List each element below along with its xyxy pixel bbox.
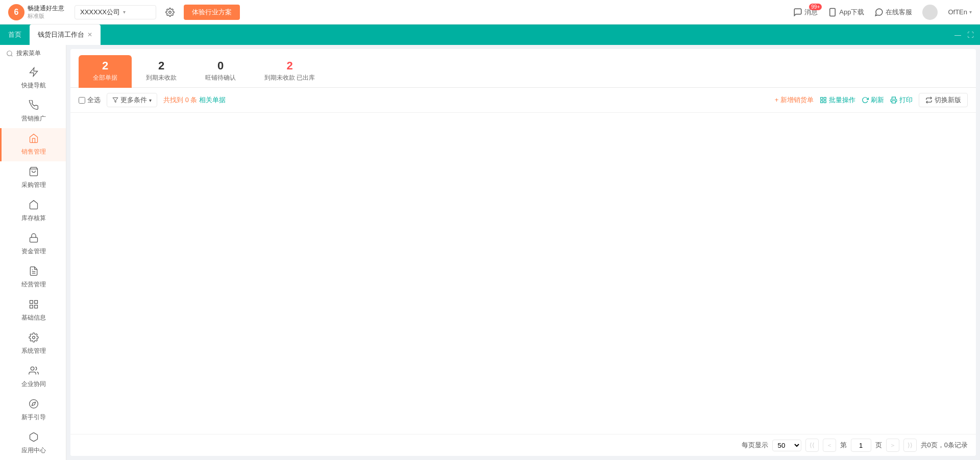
select-all-checkbox[interactable]: 全选: [79, 95, 101, 105]
system-icon: [29, 332, 39, 345]
company-selector[interactable]: XXXXXX公司 ▾: [75, 5, 156, 19]
svg-rect-7: [30, 237, 38, 242]
enterprise-icon: [29, 366, 39, 378]
stat-num-overdue-shipped: 2: [287, 59, 293, 72]
stat-tab-all[interactable]: 2 全部单据: [79, 55, 132, 88]
tab-close-icon[interactable]: ✕: [87, 31, 92, 38]
total-count-text: 共0页，0条记录: [921, 441, 968, 450]
sidebar-item-base-info[interactable]: 基础信息: [0, 294, 66, 327]
notification-badge: 99+: [809, 4, 822, 10]
select-all-input[interactable]: [79, 97, 85, 104]
sidebar-item-app-center[interactable]: 应用中心: [0, 427, 66, 460]
sidebar-item-sales[interactable]: 销售管理: [0, 128, 66, 161]
batch-label: 批量操作: [829, 95, 855, 105]
page-number-input[interactable]: [851, 439, 871, 452]
sidebar-item-system[interactable]: 系统管理: [0, 327, 66, 360]
sidebar-item-newbie[interactable]: 新手引导: [0, 394, 66, 427]
trial-button[interactable]: 体验行业方案: [184, 5, 240, 20]
next-page-button[interactable]: ＞: [886, 439, 899, 452]
per-page-select[interactable]: 50 100 200: [772, 440, 801, 451]
app-download-label: App下载: [839, 8, 864, 17]
tab-home[interactable]: 首页: [0, 25, 30, 45]
refresh-button[interactable]: 刷新: [862, 95, 884, 105]
sidebar-item-quick-nav[interactable]: 快捷导航: [0, 62, 66, 95]
company-name: XXXXXX公司: [80, 8, 120, 17]
sidebar-item-label: 基础信息: [21, 313, 46, 322]
support-button[interactable]: 在线客服: [874, 8, 912, 17]
sidebar-item-inventory[interactable]: 库存核算: [0, 195, 66, 228]
sidebar-item-label: 销售管理: [21, 148, 46, 156]
content-area: 2 全部单据 2 到期未收款 0 旺铺待确认 2 到期未收款 已出库: [70, 49, 976, 456]
stat-tab-wangpu[interactable]: 0 旺铺待确认: [191, 55, 250, 88]
stat-tab-overdue-shipped[interactable]: 2 到期未收款 已出库: [250, 55, 329, 88]
related-bills-link[interactable]: 相关单据: [199, 96, 226, 104]
quick-nav-icon: [29, 67, 39, 80]
app-center-icon: [29, 432, 39, 445]
svg-rect-21: [824, 101, 826, 103]
svg-rect-10: [30, 301, 33, 304]
tab-minimize-button[interactable]: —: [952, 29, 963, 41]
filter-btn-label: 更多条件: [120, 95, 147, 105]
tab-workbench[interactable]: 钱货日清工作台 ✕: [30, 25, 101, 45]
add-bill-button[interactable]: + 新增销货单: [775, 95, 814, 105]
main-content: 2 全部单据 2 到期未收款 0 旺铺待确认 2 到期未收款 已出库: [66, 45, 980, 460]
message-button[interactable]: 消息 99+: [793, 8, 818, 17]
main-layout: 搜索菜单 快捷导航 营销推广: [0, 45, 980, 460]
refresh-label: 刷新: [871, 95, 884, 105]
logo-icon: 6: [8, 4, 24, 20]
sidebar-item-enterprise[interactable]: 企业协同: [0, 360, 66, 394]
user-name[interactable]: OfTEn ▾: [948, 8, 972, 16]
app-download-button[interactable]: App下载: [828, 8, 864, 17]
sidebar-item-purchase[interactable]: 采购管理: [0, 161, 66, 195]
top-header: 6 畅捷通好生意 标准版 XXXXXX公司 ▾ 体验行业方案 消息 99+: [0, 0, 980, 25]
user-avatar[interactable]: [922, 5, 938, 20]
filter-chevron-icon: ▾: [149, 98, 152, 103]
sidebar-item-label: 采购管理: [21, 181, 46, 189]
sidebar-item-label: 系统管理: [21, 347, 46, 355]
svg-marker-17: [32, 402, 35, 405]
svg-marker-5: [30, 68, 38, 77]
newbie-icon: [29, 399, 39, 411]
svg-point-0: [169, 11, 172, 13]
filter-button[interactable]: 更多条件 ▾: [107, 93, 157, 107]
refresh-icon: [862, 96, 869, 104]
svg-rect-19: [821, 98, 823, 100]
svg-rect-23: [892, 101, 896, 104]
svg-rect-11: [35, 301, 38, 304]
stats-tabs: 2 全部单据 2 到期未收款 0 旺铺待确认 2 到期未收款 已出库: [70, 49, 976, 88]
print-button[interactable]: 打印: [890, 95, 913, 105]
finance-icon: [29, 233, 39, 246]
sidebar-search[interactable]: 搜索菜单: [0, 45, 66, 62]
stat-label-all: 全部单据: [93, 74, 117, 82]
prev-page-button[interactable]: ＜: [823, 439, 836, 452]
empty-table-area: [70, 113, 976, 434]
settings-button[interactable]: [162, 5, 178, 20]
svg-rect-12: [35, 305, 38, 308]
sidebar-item-label: 营销推广: [21, 114, 46, 123]
sidebar-item-marketing[interactable]: 营销推广: [0, 95, 66, 128]
stat-tab-overdue[interactable]: 2 到期未收款: [132, 55, 191, 88]
select-all-label: 全选: [87, 95, 101, 105]
switch-icon: [925, 96, 933, 104]
sidebar-item-finance[interactable]: 资金管理: [0, 228, 66, 261]
batch-icon: [820, 96, 827, 104]
sidebar-item-label: 新手引导: [21, 413, 46, 422]
svg-point-15: [31, 367, 34, 371]
sidebar-item-operation[interactable]: 经营管理: [0, 261, 66, 294]
batch-operation-button[interactable]: 批量操作: [820, 95, 855, 105]
svg-point-3: [7, 51, 12, 55]
svg-point-14: [33, 336, 35, 339]
per-page-label: 每页显示: [742, 441, 768, 450]
stat-num-wangpu: 0: [217, 59, 224, 72]
svg-rect-20: [824, 98, 826, 100]
svg-point-16: [30, 400, 38, 408]
tab-maximize-button[interactable]: ⛶: [965, 29, 976, 41]
sidebar-item-label: 经营管理: [21, 280, 46, 289]
sidebar-item-label: 应用中心: [21, 446, 46, 455]
switch-version-button[interactable]: 切换新版: [919, 93, 968, 107]
support-label: 在线客服: [886, 8, 912, 17]
first-page-button[interactable]: ⟨⟨: [805, 439, 819, 452]
last-page-button[interactable]: ⟩⟩: [903, 439, 917, 452]
svg-rect-1: [830, 8, 836, 16]
print-icon: [890, 96, 897, 104]
